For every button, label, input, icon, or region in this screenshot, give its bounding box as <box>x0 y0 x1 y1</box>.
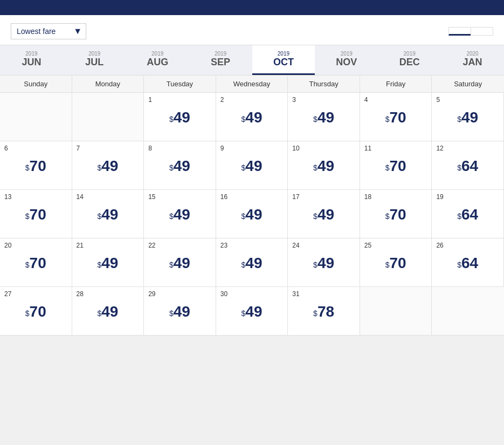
calendar-day-30[interactable]: 30 $ 49 <box>216 287 288 336</box>
empty-cell <box>432 287 504 336</box>
calendar-day-7[interactable]: 7 $ 49 <box>72 141 144 190</box>
calendar-day-22[interactable]: 22 $ 49 <box>144 238 216 287</box>
calendar-day-10[interactable]: 10 $ 49 <box>288 141 360 190</box>
calendar-day-9[interactable]: 9 $ 49 <box>216 141 288 190</box>
calendar-day-17[interactable]: 17 $ 49 <box>288 190 360 238</box>
calendar-day-11[interactable]: 11 $ 70 <box>360 141 432 190</box>
day-price: $ 70 <box>4 207 67 222</box>
day-price: $ 49 <box>148 304 211 319</box>
day-header-thursday: Thursday <box>288 76 360 92</box>
calendar-day-23[interactable]: 23 $ 49 <box>216 238 288 287</box>
day-price: $ 49 <box>220 256 284 271</box>
day-number: 29 <box>148 290 211 298</box>
controls-bar: Lowest fare Flexible fare ▼ <box>0 15 504 45</box>
day-number: 16 <box>220 193 284 201</box>
points-currency-button[interactable] <box>471 27 493 36</box>
day-header-sunday: Sunday <box>0 76 72 92</box>
day-number: 2 <box>220 96 284 104</box>
day-number: 26 <box>436 242 499 249</box>
day-number: 22 <box>148 242 211 249</box>
calendar-day-19[interactable]: 19 $ 64 <box>432 190 504 238</box>
day-price: $ 49 <box>148 207 211 222</box>
day-price: $ 49 <box>148 159 211 174</box>
day-price: $ 70 <box>364 207 427 222</box>
day-price: $ 49 <box>77 159 140 174</box>
day-price: $ 64 <box>436 207 499 222</box>
currency-toggle <box>448 27 493 36</box>
calendar-day-4[interactable]: 4 $ 70 <box>360 93 432 141</box>
day-price: $ 49 <box>220 207 284 222</box>
day-header-wednesday: Wednesday <box>216 76 288 92</box>
day-number: 27 <box>4 290 67 298</box>
empty-cell <box>360 287 432 336</box>
day-price: $ 49 <box>220 110 284 125</box>
day-number: 23 <box>220 242 284 249</box>
header <box>0 0 504 15</box>
day-price: $ 49 <box>292 256 355 271</box>
day-price: $ 49 <box>77 207 140 222</box>
day-price: $ 49 <box>220 159 284 174</box>
day-price: $ 49 <box>77 304 140 319</box>
day-price: $ 49 <box>148 110 211 125</box>
day-number: 17 <box>292 193 355 201</box>
calendar-day-29[interactable]: 29 $ 49 <box>144 287 216 336</box>
fare-select-wrapper[interactable]: Lowest fare Flexible fare ▼ <box>11 23 86 39</box>
calendar-day-25[interactable]: 25 $ 70 <box>360 238 432 287</box>
calendar-day-20[interactable]: 20 $ 70 <box>0 238 72 287</box>
calendar-day-28[interactable]: 28 $ 49 <box>72 287 144 336</box>
calendar-day-5[interactable]: 5 $ 49 <box>432 93 504 141</box>
day-price: $ 49 <box>77 256 140 271</box>
calendar-day-3[interactable]: 3 $ 49 <box>288 93 360 141</box>
month-tab-aug[interactable]: 2019AUG <box>126 45 189 75</box>
calendar-day-26[interactable]: 26 $ 64 <box>432 238 504 287</box>
controls-row: Lowest fare Flexible fare ▼ <box>11 23 493 45</box>
day-header-friday: Friday <box>360 76 432 92</box>
day-number: 10 <box>292 145 355 152</box>
month-tab-nov[interactable]: 2019NOV <box>315 45 378 75</box>
day-number: 25 <box>364 242 427 249</box>
day-price: $ 49 <box>436 110 499 125</box>
day-price: $ 49 <box>292 110 355 125</box>
month-tab-jan[interactable]: 2020JAN <box>441 45 504 75</box>
calendar-day-21[interactable]: 21 $ 49 <box>72 238 144 287</box>
month-tab-dec[interactable]: 2019DEC <box>378 45 441 75</box>
month-tab-oct[interactable]: 2019OCT <box>252 45 315 75</box>
month-tab-jun[interactable]: 2019JUN <box>0 45 63 75</box>
day-price: $ 49 <box>292 207 355 222</box>
calendar-day-18[interactable]: 18 $ 70 <box>360 190 432 238</box>
day-price: $ 64 <box>436 159 499 174</box>
day-number: 6 <box>4 145 67 152</box>
calendar-day-12[interactable]: 12 $ 64 <box>432 141 504 190</box>
day-number: 11 <box>364 145 427 152</box>
month-tab-sep[interactable]: 2019SEP <box>189 45 252 75</box>
day-number: 1 <box>148 96 211 104</box>
day-price: $ 70 <box>4 304 67 319</box>
calendar-day-27[interactable]: 27 $ 70 <box>0 287 72 336</box>
calendar-day-2[interactable]: 2 $ 49 <box>216 93 288 141</box>
calendar-day-8[interactable]: 8 $ 49 <box>144 141 216 190</box>
calendar-day-13[interactable]: 13 $ 70 <box>0 190 72 238</box>
day-number: 3 <box>292 96 355 104</box>
day-number: 20 <box>4 242 67 249</box>
calendar-day-16[interactable]: 16 $ 49 <box>216 190 288 238</box>
dollar-currency-button[interactable] <box>448 27 471 36</box>
day-price: $ 70 <box>364 256 427 271</box>
calendar-day-6[interactable]: 6 $ 70 <box>0 141 72 190</box>
calendar-day-24[interactable]: 24 $ 49 <box>288 238 360 287</box>
calendar-day-31[interactable]: 31 $ 78 <box>288 287 360 336</box>
day-number: 4 <box>364 96 427 104</box>
day-header-saturday: Saturday <box>432 76 504 92</box>
month-tab-jul[interactable]: 2019JUL <box>63 45 126 75</box>
fare-type-select[interactable]: Lowest fare Flexible fare <box>11 23 86 39</box>
day-price: $ 70 <box>4 256 67 271</box>
day-number: 7 <box>77 145 140 152</box>
day-price: $ 70 <box>364 159 427 174</box>
day-number: 14 <box>77 193 140 201</box>
calendar-day-15[interactable]: 15 $ 49 <box>144 190 216 238</box>
day-price: $ 49 <box>292 159 355 174</box>
day-number: 18 <box>364 193 427 201</box>
day-number: 9 <box>220 145 284 152</box>
calendar-day-1[interactable]: 1 $ 49 <box>144 93 216 141</box>
calendar-day-14[interactable]: 14 $ 49 <box>72 190 144 238</box>
calendar-grid: 1 $ 49 2 $ 49 3 $ 49 4 $ 70 5 <box>0 93 504 336</box>
